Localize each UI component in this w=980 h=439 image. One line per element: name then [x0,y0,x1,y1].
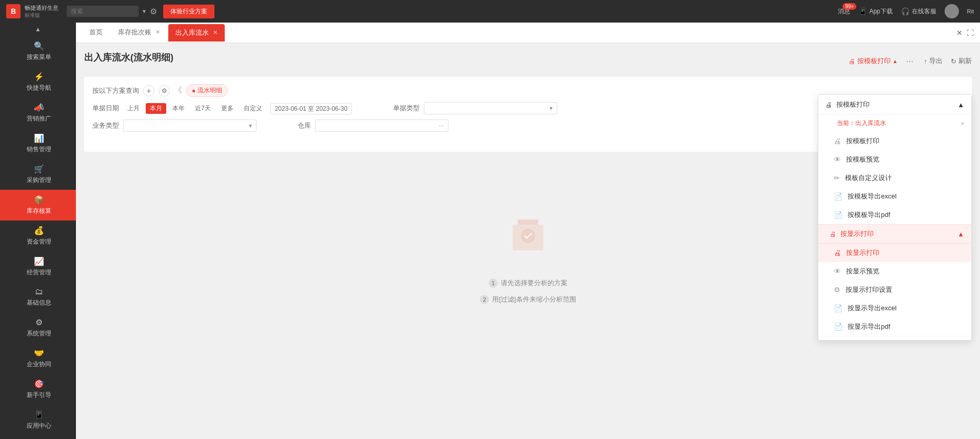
guide-icon: 🎯 [34,379,44,389]
template-preview-icon: 👁 [834,155,841,164]
sidebar-item-finance[interactable]: 💰 资金管理 [0,221,76,251]
search-input[interactable] [67,6,139,17]
sidebar-item-basic[interactable]: 🗂 基础信息 [0,282,76,312]
doctype-select[interactable]: ▾ [424,102,557,114]
sidebar-item-cooperation[interactable]: 🤝 企业协同 [0,343,76,374]
sidebar-item-purchase[interactable]: 🛒 采购管理 [0,159,76,190]
dropdown-item-display-excel[interactable]: 📄 按显示导出excel [818,299,971,317]
tab-home[interactable]: 首页 [82,24,110,42]
shortcut-icon: ⚡ [34,72,44,82]
date-btn-more[interactable]: 更多 [217,103,238,114]
dropdown-item-display-preview[interactable]: 👁 按显示预览 [818,262,971,281]
sidebar-item-guide[interactable]: 🎯 新手引导 [0,374,76,405]
sidebar-item-operation[interactable]: 📈 经营管理 [0,251,76,282]
tab-flow-close[interactable]: ✕ [213,29,218,36]
filter-label: 按以下方案查询 [92,86,139,95]
more-options-icon[interactable]: ··· [906,56,913,67]
message-badge[interactable]: 消息 99+ [838,7,850,16]
date-btn-this-month[interactable]: 本月 [146,103,166,114]
dropdown-header[interactable]: 🖨 按模板打印 ▲ [818,95,971,115]
tab-flow[interactable]: 出入库流水 ✕ [168,24,225,42]
sidebar-label-finance: 资金管理 [27,237,51,246]
date-btn-this-year[interactable]: 本年 [168,103,189,114]
online-service-btn[interactable]: 🎧 在线客服 [901,7,936,16]
filter-settings-button[interactable]: ⚙ [159,85,170,96]
dropdown-item-template-excel[interactable]: 📄 按模板导出excel [818,187,971,206]
sidebar-scroll-up[interactable]: ▲ [0,23,76,36]
filter-warehouse-item: 仓库 ··· [298,119,448,132]
warehouse-more-icon[interactable]: ··· [439,122,444,129]
dropdown-print-icon: 🖨 [826,101,832,109]
trial-button[interactable]: 体验行业方案 [163,5,214,18]
sidebar-item-sales[interactable]: 📊 销售管理 [0,128,76,159]
sidebar-item-wechat[interactable]: 💬 企业微信 [0,435,76,439]
refresh-btn[interactable]: ↻ 刷新 [951,56,972,66]
app-logo: B [6,4,21,18]
dropdown-title: 按模板打印 [836,100,870,109]
tab-maximize-icon[interactable]: ⛶ [967,29,974,37]
refresh-icon: ↻ [951,57,956,65]
search-dropdown-icon[interactable]: ▾ [143,8,146,15]
print-template-btn[interactable]: 🖨 按模板打印 ▲ [849,56,898,66]
settings-icon[interactable]: ⚙ [150,7,157,16]
dropdown-item-display-print[interactable]: 🖨 按显示打印 [818,244,971,262]
dropdown-item-display-pdf[interactable]: 📄 按显示导出pdf [818,317,971,336]
topbar-right: 消息 99+ 📱 App下载 🎧 在线客服 Rit [838,4,974,18]
sidebar-label-operation: 经营管理 [27,268,51,277]
sidebar-item-marketing[interactable]: 📣 营销推广 [0,97,76,128]
sidebar-label-basic: 基础信息 [27,298,51,307]
print-dropdown-panel: 🖨 按模板打印 ▲ 当前：出入库流水 ▾ 🖨 按模板打印 👁 [818,94,972,341]
date-btn-custom[interactable]: 自定义 [240,103,266,114]
sidebar-item-inventory[interactable]: 📦 库存核算 [0,190,76,221]
apps-icon: 📱 [34,410,44,420]
dropdown-display-header[interactable]: 🖨 按显示打印 ▲ [818,224,971,244]
sidebar-item-apps[interactable]: 📱 应用中心 [0,405,76,435]
dropdown-item-template-print[interactable]: 🖨 按模板打印 [818,132,971,150]
date-label: 单据日期 [92,104,119,113]
sidebar-item-search[interactable]: 🔍 搜索菜单 [0,36,76,67]
doctype-label: 单据类型 [393,104,420,113]
tab-home-label: 首页 [89,28,103,37]
current-label: 当前：出入库流水 [837,119,886,128]
svg-rect-1 [518,220,538,225]
dropdown-current: 当前：出入库流水 ▾ [818,115,971,132]
sidebar-label-shortcut: 快捷导航 [27,84,51,92]
sidebar-item-shortcut[interactable]: ⚡ 快捷导航 [0,67,76,97]
business-chevron-icon: ▾ [249,122,252,129]
filter-add-button[interactable]: + [143,85,154,96]
dropdown-item-template-custom[interactable]: ✏ 模板自定义设计 [818,169,971,187]
tab-close-all-icon[interactable]: ✕ [956,29,963,37]
filter-business-item: 业务类型 ▾ [92,119,257,132]
content-area: 首页 库存批次账 ✕ 出入库流水 ✕ ✕ ⛶ 出入库流水(流水明细) [76,23,980,439]
app-download-btn[interactable]: 📱 App下载 [858,7,892,16]
business-select[interactable]: ▾ [123,119,257,132]
dropdown-item-template-preview[interactable]: 👁 按模板预览 [818,150,971,169]
tab-batch-close[interactable]: ✕ [155,29,160,35]
export-icon: ↑ [924,57,928,65]
dropdown-item-template-pdf[interactable]: 📄 按模板导出pdf [818,206,971,224]
active-filter-tag[interactable]: ● 流水明细 [186,84,228,97]
app-name: 畅捷通好生意 [25,4,58,12]
date-btn-7days[interactable]: 近7天 [191,103,215,114]
date-range-display[interactable]: 2023-06-01 至 2023-06-30 [270,103,352,114]
username: Rit [967,8,974,14]
tab-batch-label: 库存批次账 [118,28,151,37]
print-chevron-up-icon: ▲ [893,58,898,64]
print-icon: 🖨 [849,57,855,65]
template-pdf-icon: 📄 [834,211,842,219]
topbar: B 畅捷通好生意 标准版 ▾ ⚙ 体验行业方案 消息 99+ 📱 App下载 🎧… [0,0,980,23]
export-btn[interactable]: ↑ 导出 [924,56,943,66]
sidebar-label-inventory: 库存核算 [27,207,51,215]
basic-icon: 🗂 [35,287,43,296]
filter-collapse-icon[interactable]: 《 [174,85,182,96]
dropdown-footer[interactable]: 🔧 设置默认功能 ▾ [818,336,971,341]
inventory-icon: 📦 [34,195,44,205]
tab-batch[interactable]: 库存批次账 ✕ [111,24,167,42]
template-print-icon: 🖨 [834,137,841,145]
date-btn-last-month[interactable]: 上月 [123,103,144,114]
dropdown-item-display-settings[interactable]: ⚙ 按显示打印设置 [818,281,971,299]
warehouse-select[interactable]: ··· [315,119,448,132]
page-content: 出入库流水(流水明细) 🖨 按模板打印 ▲ ··· ↑ 导出 ↻ 刷新 [76,43,980,439]
user-avatar[interactable] [945,4,959,18]
sidebar-item-system[interactable]: ⚙ 系统管理 [0,312,76,343]
